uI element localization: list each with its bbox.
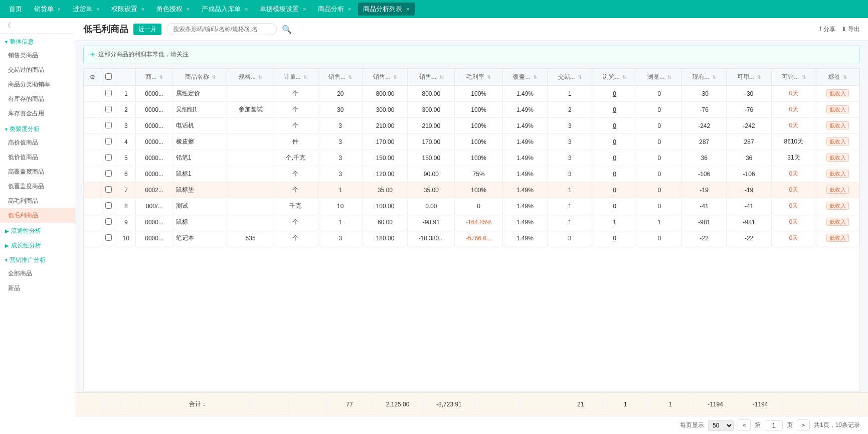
page-input[interactable] [765,420,783,430]
row-unit: 件 [273,134,318,150]
sidebar-item-high-margin[interactable]: 高毛利商品 [0,194,75,208]
table-row: 5 0000... 铅笔1 个,千克 3 150.00 150.00 100% … [84,150,859,166]
row-checkbox[interactable] [101,102,116,118]
sidebar-group-liquidity[interactable]: ▶ 流通性分析 [0,223,75,237]
nav-product-analysis-list[interactable]: 商品分析列表 × [358,3,414,16]
select-all-checkbox[interactable] [105,73,112,80]
row-checkbox[interactable] [101,86,116,102]
nav-permissions[interactable]: 权限设置 × [106,3,149,16]
row-browse1[interactable]: 0 [592,150,637,166]
export-btn[interactable]: ⬇ 导出 [841,25,860,34]
nav-product-analysis[interactable]: 商品分析 × [313,3,356,16]
sidebar-item-sales-products[interactable]: 销售类商品 [0,48,75,63]
col-saleable[interactable]: 可销... ⇅ [771,69,816,86]
row-gross-margin: -5766.6... [455,230,502,246]
row-browse1[interactable]: 0 [592,230,637,246]
col-available[interactable]: 可用... ⇅ [727,69,771,86]
next-page-btn[interactable]: ＞ [797,419,810,431]
row-tag: 低收入 [816,198,859,214]
nav-product-analysis-close[interactable]: × [348,6,351,12]
search-input[interactable] [166,23,277,35]
col-tag[interactable]: 标签 ⇅ [816,69,859,86]
row-browse1[interactable]: 0 [592,166,637,182]
row-gross-margin: -164.85% [455,214,502,230]
col-current-stock[interactable]: 现有... ⇅ [682,69,727,86]
row-checkbox[interactable] [101,230,116,246]
row-browse1[interactable]: 0 [592,198,637,214]
sidebar-item-stock-capital[interactable]: 库存资金占用 [0,106,75,121]
nav-sales-close[interactable]: × [58,6,61,12]
col-sales-profit[interactable]: 销售... ⇅ [408,69,455,86]
nav-permissions-close[interactable]: × [141,6,144,12]
row-checkbox[interactable] [101,150,116,166]
col-gross-margin[interactable]: 毛利率 ⇅ [455,69,502,86]
page-title: 低毛利商品 [83,23,128,35]
col-spec[interactable]: 规格... ⇅ [228,69,273,86]
row-saleable: 0天 [771,102,816,118]
row-browse1[interactable]: 0 [592,182,637,198]
sidebar-item-traded[interactable]: 交易过的商品 [0,63,75,77]
row-checkbox[interactable] [101,182,116,198]
sidebar-item-high-coverage[interactable]: 高覆盖度商品 [0,165,75,179]
nav-template-settings-close[interactable]: × [303,6,306,12]
col-sales-qty[interactable]: 销售... ⇅ [318,69,363,86]
col-settings[interactable]: ⚙ [84,69,101,86]
row-code: 0000... [136,166,173,182]
row-browse1[interactable]: 1 [592,214,637,230]
row-no: 6 [116,166,136,182]
sidebar-item-low-coverage[interactable]: 低覆盖度商品 [0,179,75,194]
filter-btn[interactable]: 近一月 [133,24,161,35]
sidebar-item-high-value[interactable]: 高价值商品 [0,135,75,150]
sidebar-group-cluster-label: 类聚度分析 [10,125,40,133]
row-checkbox[interactable] [101,134,116,150]
row-tag: 低收入 [816,182,859,198]
row-name: 属性定价 [172,86,228,102]
row-browse2: 0 [637,118,681,134]
share-btn[interactable]: ⤴ 分享 [819,25,835,34]
col-coverage[interactable]: 覆盖... ⇅ [502,69,547,86]
prev-page-btn[interactable]: ＜ [738,419,751,431]
page-size-select[interactable]: 50 20 100 [708,420,734,431]
nav-roles-close[interactable]: × [187,6,190,12]
search-icon[interactable]: 🔍 [282,25,292,34]
sidebar-item-in-stock[interactable]: 有库存的商品 [0,92,75,106]
col-trade[interactable]: 交易... ⇅ [548,69,592,86]
sidebar-collapse-btn[interactable]: 《 [4,21,11,30]
data-table-wrapper[interactable]: ⚙ 商... ⇅ 商品名称 ⇅ 规格... ⇅ 计量... ⇅ 销售... ⇅ … [83,68,860,392]
row-browse1[interactable]: 0 [592,86,637,102]
row-browse1[interactable]: 0 [592,102,637,118]
col-name[interactable]: 商品名称 ⇅ [172,69,228,86]
row-browse1[interactable]: 0 [592,134,637,150]
col-browse1[interactable]: 浏览... ⇅ [592,69,637,86]
nav-home[interactable]: 首页 [4,3,27,16]
sidebar-group-marketing-label: 营销推广分析 [10,256,46,264]
col-checkbox[interactable] [101,69,116,86]
row-checkbox[interactable] [101,118,116,134]
sidebar-item-low-value[interactable]: 低价值商品 [0,150,75,165]
nav-purchase-close[interactable]: × [96,6,99,12]
nav-products-entry[interactable]: 产成品入库单 × [197,3,253,16]
sidebar-group-growth[interactable]: ▶ 成长性分析 [0,237,75,252]
row-checkbox[interactable] [101,166,116,182]
row-browse1[interactable]: 0 [592,118,637,134]
col-sales-price[interactable]: 销售... ⇅ [363,69,407,86]
col-browse2[interactable]: 浏览... ⇅ [637,69,681,86]
sidebar: 《 ▾ 整体信息 销售类商品 交易过的商品 商品分类助销率 有库存的商品 库存资… [0,18,75,434]
row-checkbox[interactable] [101,198,116,214]
row-spec [228,198,273,214]
sidebar-item-low-margin[interactable]: 低毛利商品 [0,208,75,223]
row-sales-qty: 20 [318,86,363,102]
nav-product-analysis-list-close[interactable]: × [406,6,409,12]
row-checkbox[interactable] [101,214,116,230]
col-unit[interactable]: 计量... ⇅ [273,69,318,86]
nav-purchase[interactable]: 进货单 × [68,3,104,16]
nav-products-entry-close[interactable]: × [245,6,248,12]
nav-template-settings[interactable]: 单据模板设置 × [255,3,311,16]
nav-sales[interactable]: 销货单 × [29,3,66,16]
sidebar-group-overall-arrow: ▾ [5,39,8,45]
nav-roles[interactable]: 角色授权 × [151,3,195,16]
sidebar-item-new-products[interactable]: 新品 [0,281,75,296]
sidebar-item-all-products[interactable]: 全部商品 [0,266,75,281]
col-code[interactable]: 商... ⇅ [136,69,173,86]
sidebar-item-category-assist[interactable]: 商品分类助销率 [0,77,75,92]
